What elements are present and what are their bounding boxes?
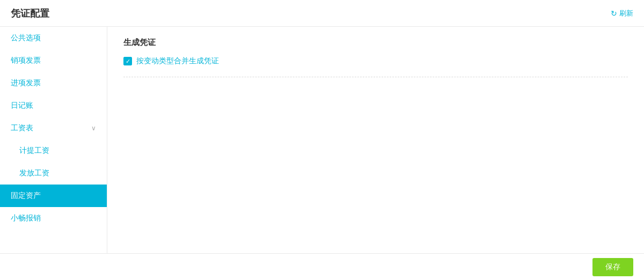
- chevron-down-icon: ∨: [91, 124, 96, 132]
- sidebar-item-label: 工资表: [11, 123, 33, 133]
- sidebar-item-journal[interactable]: 日记账: [0, 94, 107, 117]
- merge-checkbox[interactable]: ✓: [123, 57, 132, 65]
- checkbox-label[interactable]: 按变动类型合并生成凭证: [136, 56, 219, 66]
- main-content: 生成凭证 ✓ 按变动类型合并生成凭证: [107, 27, 644, 253]
- sidebar-item-payroll-table[interactable]: 工资表∨: [0, 117, 107, 139]
- sidebar-item-sales-invoice[interactable]: 销项发票: [0, 49, 107, 72]
- checkmark-icon: ✓: [126, 58, 130, 64]
- footer: 保存: [0, 253, 644, 280]
- sidebar-item-label: 发放工资: [19, 168, 49, 178]
- sidebar-item-label: 小畅报销: [11, 213, 41, 223]
- body-layout: 公共选项销项发票进项发票日记账工资表∨计提工资发放工资固定资产小畅报销 生成凭证…: [0, 27, 644, 253]
- sidebar-item-label: 公共选项: [11, 33, 41, 43]
- refresh-label: 刷新: [619, 9, 633, 18]
- sidebar-item-label: 进项发票: [11, 78, 41, 88]
- sidebar-item-public-options[interactable]: 公共选项: [0, 27, 107, 49]
- sidebar: 公共选项销项发票进项发票日记账工资表∨计提工资发放工资固定资产小畅报销: [0, 27, 107, 253]
- refresh-icon: ↻: [611, 9, 617, 18]
- sidebar-item-purchase-invoice[interactable]: 进项发票: [0, 72, 107, 94]
- header: 凭证配置 ↻ 刷新: [0, 0, 644, 27]
- refresh-button[interactable]: ↻ 刷新: [611, 9, 633, 18]
- sidebar-item-label: 销项发票: [11, 56, 41, 65]
- sidebar-item-expense-report[interactable]: 小畅报销: [0, 207, 107, 230]
- sidebar-item-payroll-pay[interactable]: 发放工资: [0, 162, 107, 185]
- divider: [123, 77, 628, 77]
- page-title: 凭证配置: [11, 7, 49, 20]
- save-button[interactable]: 保存: [592, 258, 633, 276]
- sidebar-item-fixed-assets[interactable]: 固定资产: [0, 185, 107, 207]
- sidebar-item-label: 固定资产: [11, 191, 41, 201]
- sidebar-item-label: 计提工资: [19, 146, 49, 156]
- section-title: 生成凭证: [123, 38, 628, 48]
- checkbox-row: ✓ 按变动类型合并生成凭证: [123, 56, 628, 66]
- sidebar-item-payroll-calc[interactable]: 计提工资: [0, 139, 107, 162]
- sidebar-item-label: 日记账: [11, 101, 33, 110]
